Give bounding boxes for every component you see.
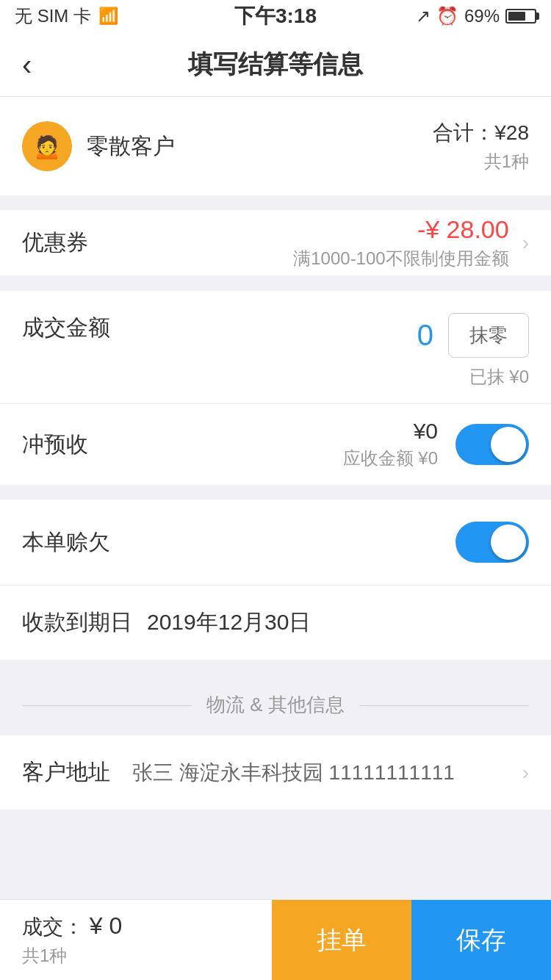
logistics-title: 物流 & 其他信息 [192,692,359,718]
coupon-amount: -¥ 28.00 [293,215,508,244]
credit-toggle-knob [491,525,526,560]
battery-fill [508,12,525,21]
duedate-row: 收款到期日 2019年12月30日 [0,585,551,660]
bottom-actions: 挂单 保存 [272,900,551,980]
transaction-label: 成交金额 [22,313,110,343]
carrier-text: 无 SIM 卡 [15,4,91,28]
address-chevron-icon: › [522,761,529,785]
already-rounded: 已抹 ¥0 [0,365,551,403]
location-icon: ↗ [416,6,431,26]
customer-row: 🙍 零散客户 合计：¥28 共1种 [22,119,529,173]
transaction-section: 成交金额 0 抹零 已抹 ¥0 冲预收 ¥0 应收金额 ¥0 [0,291,551,485]
divider-1 [0,195,551,210]
customer-summary: 合计：¥28 共1种 [433,119,529,173]
bottom-info: 成交： ¥ 0 共1种 [0,912,272,968]
bottom-deal-label: 成交： [22,915,84,938]
coupon-row[interactable]: 优惠券 -¥ 28.00 满1000-100不限制使用金额 › [0,210,551,276]
bottom-deal-amount: ¥ 0 [90,912,122,939]
coupon-label: 优惠券 [22,228,88,258]
divider-2 [0,276,551,291]
save-button[interactable]: 保存 [411,900,551,980]
chevron-right-icon: › [522,231,529,255]
status-left: 无 SIM 卡 📶 [15,4,118,28]
status-right: ↗ ⏰ 69% [416,6,536,26]
battery-icon [505,9,536,24]
bottom-deal-line: 成交： ¥ 0 [22,912,250,941]
duedate-label: 收款到期日 [22,608,132,638]
coupon-details: -¥ 28.00 满1000-100不限制使用金额 [293,215,508,270]
content: 🙍 零散客户 合计：¥28 共1种 优惠券 -¥ 28.00 满1000-100… [0,97,551,980]
coupon-right: -¥ 28.00 满1000-100不限制使用金额 › [293,215,529,270]
amount-input-area: 0 抹零 [404,313,529,358]
credit-section: 本单赊欠 收款到期日 2019年12月30日 [0,500,551,660]
prepayment-main: ¥0 [343,419,438,444]
battery-percent: 69% [464,6,500,26]
avatar-icon: 🙍 [32,132,62,160]
credit-row: 本单赊欠 [0,500,551,585]
duedate-value[interactable]: 2019年12月30日 [147,608,311,638]
hang-button[interactable]: 挂单 [272,900,411,980]
prepayment-sub: 应收金额 ¥0 [343,447,438,470]
status-bar: 无 SIM 卡 📶 下午3:18 ↗ ⏰ 69% [0,0,551,32]
wifi-icon: 📶 [98,7,118,26]
coupon-description: 满1000-100不限制使用金额 [293,247,508,270]
address-row[interactable]: 客户地址 张三 海淀永丰科技园 11111111111 › [0,735,551,810]
bottom-bar: 成交： ¥ 0 共1种 挂单 保存 [0,899,551,980]
address-value: 张三 海淀永丰科技园 11111111111 [132,759,516,787]
prepayment-row: 冲预收 ¥0 应收金额 ¥0 [0,403,551,485]
total-count: 共1种 [433,150,529,173]
avatar: 🙍 [22,121,72,171]
logistics-header: 物流 & 其他信息 [0,674,551,735]
customer-name: 零散客户 [87,131,175,162]
prepayment-toggle[interactable] [455,424,529,465]
prepayment-right: ¥0 应收金额 ¥0 [343,419,529,470]
credit-toggle[interactable] [455,522,529,563]
round-button[interactable]: 抹零 [448,313,529,358]
status-time: 下午3:18 [234,2,317,30]
credit-label: 本单赊欠 [22,527,110,558]
alarm-icon: ⏰ [436,6,458,26]
page-title: 填写结算等信息 [188,48,363,82]
total-amount: 合计：¥28 [433,119,529,147]
address-label: 客户地址 [22,757,110,788]
customer-left: 🙍 零散客户 [22,121,175,171]
coupon-section: 优惠券 -¥ 28.00 满1000-100不限制使用金额 › [0,210,551,276]
customer-section: 🙍 零散客户 合计：¥28 共1种 [0,97,551,195]
toggle-knob [491,427,526,462]
transaction-row: 成交金额 0 抹零 [0,291,551,365]
divider-4 [0,660,551,674]
prepayment-amounts: ¥0 应收金额 ¥0 [343,419,438,470]
bottom-count: 共1种 [22,944,250,968]
transaction-value[interactable]: 0 [404,319,433,352]
back-button[interactable]: ‹ [22,50,32,79]
divider-3 [0,485,551,500]
prepayment-label: 冲预收 [22,430,88,460]
nav-bar: ‹ 填写结算等信息 [0,32,551,97]
